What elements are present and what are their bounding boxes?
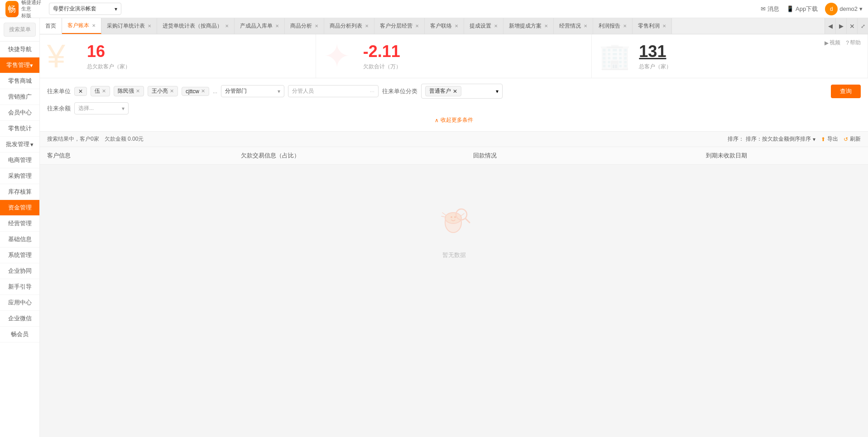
tab-close-icon[interactable]: ✕ xyxy=(275,24,279,28)
sidebar-item-marketing[interactable]: 营销推广 xyxy=(0,89,39,105)
tab-close-icon[interactable]: ✕ xyxy=(584,24,587,28)
sidebar-item-retail-store[interactable]: 零售商城 xyxy=(0,73,39,89)
sidebar-item-wechat[interactable]: 企业微信 xyxy=(0,311,39,327)
refresh-button[interactable]: ↺ 刷新 xyxy=(844,135,861,143)
top-bar-right: ✉ 消息 📱 App下载 d demo2 ▾ xyxy=(761,3,863,15)
sidebar-item-retail-management[interactable]: 零售管理 ▾ xyxy=(0,57,39,73)
tab-add-commission-plan[interactable]: 新增提成方案 ✕ xyxy=(504,18,554,34)
tab-customer-contact[interactable]: 客户联络 ✕ xyxy=(425,18,464,34)
sidebar-item-vip[interactable]: 畅会员 xyxy=(0,327,39,342)
close-tag-chen[interactable]: ✕ xyxy=(136,88,140,94)
sidebar-item-guide[interactable]: 新手引导 xyxy=(0,279,39,295)
sort-selector[interactable]: 排序： 排序：按欠款金额倒序排序 ▾ xyxy=(728,135,815,143)
col-header-customer: 客户信息 xyxy=(47,152,241,160)
tab-customer-layering[interactable]: 客户分层经营 ✕ xyxy=(374,18,425,34)
sidebar-item-finance[interactable]: 资金管理 xyxy=(0,200,39,216)
app-download-button[interactable]: 📱 App下载 xyxy=(786,5,818,13)
close-category-tag[interactable]: ✕ xyxy=(453,88,457,95)
collapse-button[interactable]: ∧ 收起更多条件 xyxy=(47,116,861,124)
stat-value-debt-total: -2.11 xyxy=(363,42,400,61)
tab-close-icon[interactable]: ✕ xyxy=(315,24,318,28)
tab-close-icon[interactable]: ✕ xyxy=(365,24,369,28)
tab-retail-profit[interactable]: 零售利润 ✕ xyxy=(633,18,672,34)
message-button[interactable]: ✉ 消息 xyxy=(761,5,779,13)
tab-close-icon[interactable]: ✕ xyxy=(662,24,666,28)
category-selector[interactable]: 普通客户 ✕ ▾ xyxy=(421,84,503,99)
tab-commission-settings[interactable]: 提成设置 ✕ xyxy=(464,18,504,34)
tab-close-icon[interactable]: ✕ xyxy=(225,24,229,28)
close-tag-wu[interactable]: ✕ xyxy=(102,88,106,94)
sidebar-item-enterprise[interactable]: 企业协同 xyxy=(0,263,39,279)
export-button[interactable]: ⬆ 导出 xyxy=(821,135,838,143)
stat-value-debt-customers: 16 xyxy=(87,42,105,61)
tab-prev-button[interactable]: ◀ xyxy=(825,18,835,34)
stat-bg-icon-1: ¥ xyxy=(47,38,65,75)
chevron-down-icon: ▾ xyxy=(115,6,117,12)
sidebar-item-operation[interactable]: 经营管理 xyxy=(0,216,39,232)
tab-product-analysis-list[interactable]: 商品分析列表 ✕ xyxy=(324,18,374,34)
tab-close-icon[interactable]: ✕ xyxy=(415,24,419,28)
tab-close-icon[interactable]: ✕ xyxy=(623,24,627,28)
logo-area: 畅 畅捷通好生意 标版 xyxy=(5,0,45,19)
tab-close-icon[interactable]: ✕ xyxy=(92,23,96,28)
tab-close-icon[interactable]: ✕ xyxy=(455,24,458,28)
col-header-debt: 欠款交易信息（占比） xyxy=(241,152,473,160)
tab-operation-status[interactable]: 经营情况 ✕ xyxy=(554,18,593,34)
search-menu-button[interactable]: 搜索菜单 xyxy=(4,23,36,37)
close-tag-cjttcw[interactable]: ✕ xyxy=(201,88,205,94)
content-area: 首页 客户账本 ✕ 采购订单统计表 ✕ 进货单统计表（按商品） ✕ 产成品入库单… xyxy=(40,18,868,437)
video-help-button[interactable]: ▶ 视频 xyxy=(825,39,840,47)
sidebar-item-basic-info[interactable]: 基础信息 xyxy=(0,232,39,247)
tab-customer-ledger[interactable]: 客户账本 ✕ xyxy=(62,18,101,34)
sidebar-item-quick-nav[interactable]: 快捷导航 xyxy=(0,42,39,57)
tab-maximize-button[interactable]: ⤢ xyxy=(857,18,868,34)
store-selector[interactable]: 母婴行业演示帐套 ▾ xyxy=(49,3,121,15)
tab-close-icon[interactable]: ✕ xyxy=(494,24,498,28)
help-button[interactable]: ? 帮助 xyxy=(846,39,861,47)
sidebar-item-system[interactable]: 系统管理 xyxy=(0,247,39,263)
tab-purchase-order-stats[interactable]: 采购订单统计表 ✕ xyxy=(101,18,157,34)
balance-selector[interactable]: 选择... ▾ xyxy=(74,102,129,114)
unit-label: 往来单位 xyxy=(47,87,71,95)
svg-point-4 xyxy=(451,216,452,218)
sidebar-item-ecommerce[interactable]: 电商管理 xyxy=(0,152,39,168)
user-menu[interactable]: d demo2 ▾ xyxy=(825,3,863,15)
sidebar: 搜索菜单 快捷导航 零售管理 ▾ 零售商城 营销推广 会员中心 零售统计 批发管… xyxy=(0,18,40,437)
results-bar-left: 搜索结果中，客户0家 欠款金额 0.00元 xyxy=(47,135,144,143)
sidebar-item-purchase[interactable]: 采购管理 xyxy=(0,168,39,184)
sidebar-item-app-center[interactable]: 应用中心 xyxy=(0,295,39,311)
tab-stock-stats-by-product[interactable]: 进货单统计表（按商品） ✕ xyxy=(157,18,235,34)
more-tags-button[interactable]: ... xyxy=(213,88,217,95)
chevron-down-icon-user: ▾ xyxy=(859,5,863,12)
filter-area: 往来单位 ✕ 伍 ✕ 陈民强 ✕ 王小亮 ✕ xyxy=(40,78,868,132)
stat-label-debt-total: 欠款合计（万） xyxy=(363,63,401,71)
sidebar-item-retail-stats[interactable]: 零售统计 xyxy=(0,121,39,137)
people-selector[interactable]: 分管人员 ··· xyxy=(288,85,379,97)
chevron-up-icon: ∧ xyxy=(435,117,439,124)
tab-home[interactable]: 首页 xyxy=(40,18,62,34)
tab-profit-report[interactable]: 利润报告 ✕ xyxy=(593,18,633,34)
tab-product-analysis[interactable]: 商品分析 ✕ xyxy=(285,18,324,34)
svg-point-1 xyxy=(445,213,461,223)
filter-tag-wang: 王小亮 ✕ xyxy=(148,86,178,96)
dept-selector[interactable]: 分管部门 ▾ xyxy=(221,85,284,97)
query-button[interactable]: 查询 xyxy=(831,85,861,98)
empty-icon xyxy=(436,201,472,246)
tab-close-all-button[interactable]: ✕ xyxy=(846,18,857,34)
tab-arrows: ◀ ▶ ✕ ⤢ xyxy=(825,18,868,34)
tab-product-warehousing[interactable]: 产成品入库单 ✕ xyxy=(235,18,285,34)
category-tag: 普通客户 ✕ xyxy=(425,86,461,96)
filter-tag-chen: 陈民强 ✕ xyxy=(114,86,144,96)
sidebar-item-member-center[interactable]: 会员中心 xyxy=(0,105,39,121)
chevron-down-icon: ▾ xyxy=(278,88,280,95)
close-tag-wang[interactable]: ✕ xyxy=(170,88,174,94)
col-header-date: 到期未收款日期 xyxy=(706,152,861,160)
tab-close-icon[interactable]: ✕ xyxy=(148,24,151,28)
chevron-down-icon: ▾ xyxy=(813,136,815,142)
tab-close-icon[interactable]: ✕ xyxy=(544,24,548,28)
sidebar-item-wholesale[interactable]: 批发管理 ▾ xyxy=(0,137,39,152)
stat-card-debt-customers: ¥ 16 总欠款客户（家） xyxy=(40,34,316,78)
tab-next-button[interactable]: ▶ xyxy=(835,18,846,34)
main-layout: 搜索菜单 快捷导航 零售管理 ▾ 零售商城 营销推广 会员中心 零售统计 批发管… xyxy=(0,18,868,437)
sidebar-item-inventory[interactable]: 库存核算 xyxy=(0,184,39,200)
